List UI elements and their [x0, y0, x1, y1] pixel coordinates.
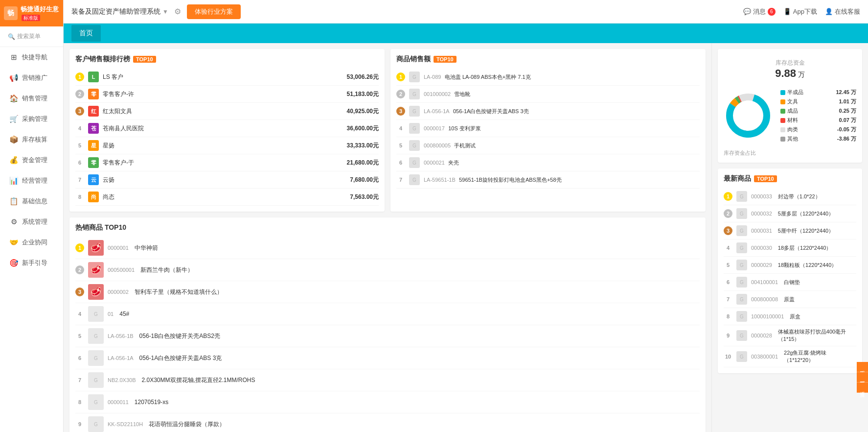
rank-badge-bronze: 3: [75, 107, 84, 116]
nav-home[interactable]: 首页: [71, 25, 101, 42]
rank-item: 1 L LS 客户 53,006.26元: [75, 69, 379, 86]
new-product-code: 0000028: [751, 333, 772, 338]
new-product-item: 1 G 0000033 封边带（1.0*22）: [724, 188, 856, 205]
search-icon: 🔍: [8, 33, 15, 40]
product-name: 45#: [119, 311, 700, 317]
rank-item: 2 零 零售客户-许 51,183.00元: [75, 86, 379, 103]
new-product-name: 5厘多层（1220*2440）: [778, 210, 856, 217]
new-product-code: 0000031: [751, 228, 772, 234]
hot-product-item: 1 🥩 0000001 中华神箭: [75, 237, 700, 259]
new-product-item: 9 G 0000028 体械嘉枝味苏打饮品400毫升（1*15）: [724, 325, 856, 346]
online-service-btn[interactable]: 👤 在线客服: [825, 7, 860, 16]
rank-item: 5 G 000800005 手机测试: [396, 137, 700, 154]
sidebar-item-label: 新手引导: [22, 259, 47, 267]
new-product-code: 003800001: [751, 354, 778, 360]
sidebar-item-sales[interactable]: 🏠销售管理: [0, 88, 63, 109]
topbar: 装备及固定资产辅助管理系统 ▼ ⚙ 体验行业方案 💬 消息 6 📱 App下载 …: [64, 0, 868, 24]
rank-num: 6: [75, 158, 84, 167]
float-btn-2[interactable]: 直播: [857, 383, 868, 393]
legend-name: 成品: [787, 107, 837, 115]
goods-code: 0000021: [424, 160, 445, 166]
rank-item: 7 G LA-59651-1B 59651-1B旋转投影灯电池盒ABS黑色+58…: [396, 171, 700, 189]
customer-name: 零售客户-许: [103, 90, 343, 98]
new-product-name: 5厘中纤（1220*2440）: [778, 227, 856, 235]
customer-name: LS 客户: [103, 73, 343, 81]
legend-dot: [780, 90, 785, 95]
legend-name: 半成品: [787, 89, 834, 96]
new-product-name: 18颗粒板（1220*2440）: [778, 262, 856, 269]
customer-ranking-title: 客户销售额排行榜 TOP10: [75, 55, 379, 64]
nav-icon-enterprise: 🤝: [9, 238, 18, 247]
customer-badge: 尚: [88, 192, 99, 202]
nav-icon-marketing: 📢: [9, 73, 18, 82]
sidebar-item-guide[interactable]: 🎯新手引导: [0, 253, 63, 273]
new-product-img: G: [736, 225, 747, 236]
sidebar-item-label: 资金管理: [22, 156, 47, 165]
rank-num: 4: [75, 124, 84, 133]
sidebar-item-operations[interactable]: 📊经营管理: [0, 170, 63, 191]
new-product-name: 22g鱼豆腐·烧烤味（1*12*20）: [784, 349, 856, 364]
customer-badge: 星: [88, 140, 99, 151]
dropdown-arrow-icon[interactable]: ▼: [162, 8, 168, 15]
rank-badge-bronze: 3: [75, 288, 84, 296]
product-code: LA-056-1A: [108, 355, 134, 361]
service-icon: 👤: [825, 8, 833, 15]
new-product-name: 原盒: [790, 313, 856, 320]
rank-num: 8: [75, 192, 84, 201]
product-code: 0000001: [108, 245, 129, 251]
message-btn[interactable]: 💬 消息 6: [743, 7, 776, 16]
donut-chart: [724, 91, 773, 140]
rank-num: 4: [396, 124, 405, 133]
sidebar-item-finance[interactable]: 💰资金管理: [0, 150, 63, 170]
sidebar-item-purchase[interactable]: 🛒采购管理: [0, 109, 63, 129]
goods-img: G: [409, 174, 420, 185]
sidebar-item-enterprise[interactable]: 🤝企业协同: [0, 232, 63, 253]
nav-icon-purchase: 🛒: [9, 115, 18, 123]
new-product-name: 18多层（1220*2440）: [778, 244, 856, 252]
rank-num: 4: [724, 243, 732, 252]
goods-name: 夹壳: [448, 160, 459, 166]
sidebar-item-inventory[interactable]: 📦库存核算: [0, 129, 63, 150]
product-img-placeholder: G: [88, 328, 104, 344]
rank-badge-gold: 1: [75, 243, 84, 252]
rank-item: 7 云 云扬 7,680.00元: [75, 171, 379, 189]
trial-button[interactable]: 体验行业方案: [187, 4, 241, 19]
sidebar-item-system[interactable]: ⚙系统管理: [0, 212, 63, 232]
product-name: 12070519-xs: [135, 399, 700, 406]
rank-num: 6: [75, 354, 84, 362]
sidebar-search[interactable]: 🔍 搜索菜单: [0, 26, 63, 47]
product-name: 智利车子里（规格不知道填什么）: [135, 288, 700, 296]
content-area: 客户销售额排行榜 TOP10 1 L LS 客户 53,006.26元 2 零 …: [64, 43, 868, 432]
legend-item: 其他 -3.86 万: [780, 134, 856, 144]
new-product-code: 0000032: [751, 211, 772, 216]
settings-icon[interactable]: ⚙: [174, 7, 181, 16]
hot-products-list: 1 🥩 0000001 中华神箭 2 🥩 000500001 新西兰牛肉（新牛）…: [75, 237, 700, 432]
float-btn-0[interactable]: 客服热线: [857, 362, 868, 372]
sidebar-item-basic-info[interactable]: 📋基础信息: [0, 191, 63, 212]
app-download-btn[interactable]: 📱 App下载: [783, 7, 817, 16]
customer-value: 7,563.00元: [350, 193, 379, 201]
product-name: 新西兰牛肉（新牛）: [140, 266, 700, 274]
sidebar-item-marketing[interactable]: 📢营销推广: [0, 68, 63, 88]
product-code: LA-056-1B: [108, 333, 134, 339]
customer-value: 7,680.00元: [350, 176, 379, 184]
hot-product-item: 7 G NB2.0X30B 2.0X30MM双摆花轴,摆花直径2.1MM/ROH…: [75, 369, 700, 391]
new-product-name: 封边带（1.0*22）: [778, 193, 856, 200]
float-btn-1[interactable]: 服务社区: [857, 372, 868, 383]
product-name: 056-1A白色按键开关盖ABS 3克: [139, 354, 700, 362]
goods-name: 10S 变利罗浆: [448, 125, 481, 131]
message-icon: 💬: [743, 8, 751, 15]
rank-item: 6 零 零售客户-于 21,680.00元: [75, 154, 379, 171]
top-section: 客户销售额排行榜 TOP10 1 L LS 客户 53,006.26元 2 零 …: [69, 49, 706, 217]
sidebar-item-quick-nav[interactable]: ⊞快捷导航: [0, 47, 63, 68]
legend-dot: [780, 118, 785, 123]
customer-value: 21,680.00元: [347, 159, 379, 167]
legend-value: 1.01 万: [839, 98, 856, 105]
nav-icon-operations: 📊: [9, 176, 18, 185]
hot-product-item: 8 G 0000011 12070519-xs: [75, 391, 700, 413]
sidebar-logo: 畅 畅捷通好生意 标准版: [0, 0, 63, 26]
customer-name: 零售客户-于: [103, 159, 343, 167]
goods-img: G: [409, 106, 420, 117]
product-code: 000500001: [108, 267, 135, 273]
new-product-name: 白钢垫: [784, 279, 856, 286]
